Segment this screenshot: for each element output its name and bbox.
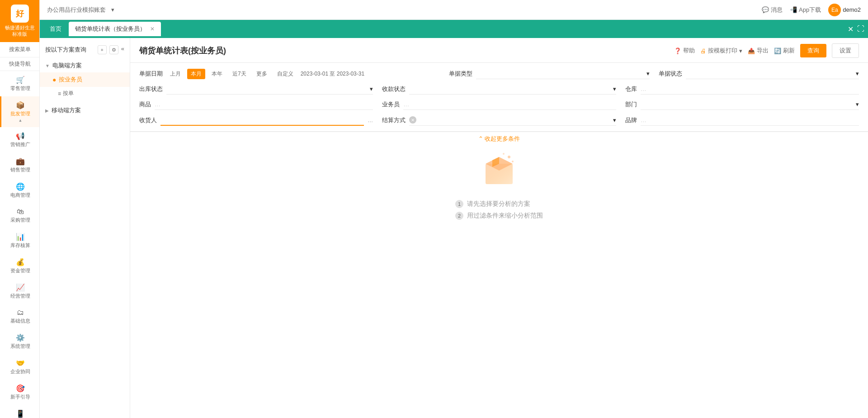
salesperson-placeholder: … bbox=[403, 101, 409, 108]
settings-button[interactable]: 设置 bbox=[832, 43, 859, 58]
payment-select[interactable]: ▾ bbox=[409, 84, 616, 95]
message-button[interactable]: 💬 消息 bbox=[762, 6, 783, 14]
tab-maximize-icon[interactable]: ⛶ bbox=[857, 25, 864, 33]
panel-item-salesperson[interactable]: ● 按业务员 bbox=[40, 72, 130, 87]
help-label: 帮助 bbox=[683, 47, 695, 55]
left-panel-header: 按以下方案查询 + ⚙ « bbox=[40, 43, 130, 57]
panel-section-mobile-title[interactable]: ▶ 移动端方案 bbox=[40, 104, 130, 117]
sidebar-item-retail[interactable]: 🛒 零售管理 bbox=[0, 71, 39, 96]
query-button[interactable]: 查询 bbox=[800, 44, 826, 57]
date-btn-more[interactable]: 更多 bbox=[253, 69, 271, 79]
app-download-button[interactable]: 📲 App下载 bbox=[790, 6, 821, 14]
date-btn-last-month[interactable]: 上月 bbox=[166, 69, 184, 79]
goods-select[interactable]: … bbox=[155, 99, 373, 110]
svg-point-3 bbox=[508, 156, 510, 158]
consignee-input[interactable] bbox=[160, 114, 364, 126]
print-button[interactable]: 🖨 按模板打印 ▾ bbox=[700, 47, 742, 55]
brand-placeholder: … bbox=[641, 117, 646, 124]
refresh-button[interactable]: 🔄 刷新 bbox=[774, 47, 795, 55]
sidebar-item-appstore[interactable]: 📱 应用中心 bbox=[0, 405, 39, 418]
sidebar-item-inventory[interactable]: 📊 库存核算 bbox=[0, 228, 39, 253]
sidebar-search[interactable]: 搜索菜单 bbox=[0, 42, 39, 57]
filter-row-1: 单据日期 上月 本月 本年 近7天 更多 自定义 2023-03-01 至 20… bbox=[139, 68, 859, 79]
sidebar-logo[interactable]: 好 畅捷通好生意 标准版 bbox=[0, 0, 39, 42]
date-range: 2023-03-01 至 2023-03-31 bbox=[301, 70, 364, 78]
warehouse-select[interactable]: … bbox=[641, 84, 859, 95]
left-panel-collapse-btn[interactable]: « bbox=[121, 45, 124, 54]
sidebar-item-system[interactable]: ⚙️ 系统管理 bbox=[0, 329, 39, 354]
by-order-icon: ≡ bbox=[58, 90, 61, 97]
goods-label: 商品 bbox=[139, 100, 151, 109]
tab-close-window-icon[interactable]: ✕ bbox=[848, 25, 854, 33]
sidebar-item-marketing[interactable]: 📢 营销推广 bbox=[0, 127, 39, 152]
salesperson-item-label: 按业务员 bbox=[59, 76, 82, 84]
sidebar-item-basic[interactable]: 🗂 基础信息 bbox=[0, 304, 39, 329]
basic-icon: 🗂 bbox=[17, 309, 24, 317]
doc-type-select[interactable]: ▾ bbox=[476, 68, 649, 79]
brand-select[interactable]: … bbox=[641, 115, 859, 126]
doc-status-select[interactable]: ▾ bbox=[686, 68, 859, 79]
sidebar-item-operation[interactable]: 📈 经营管理 bbox=[0, 279, 39, 304]
message-icon: 💬 bbox=[762, 6, 769, 13]
settlement-clear-btn[interactable]: ✕ bbox=[409, 116, 416, 124]
finance-label: 资金管理 bbox=[10, 267, 30, 274]
export-button[interactable]: 📤 导出 bbox=[748, 47, 769, 55]
wholesale-label: 批发管理 bbox=[10, 110, 30, 117]
appstore-icon: 📱 bbox=[16, 409, 25, 418]
left-panel-add-btn[interactable]: + bbox=[98, 45, 107, 54]
filter-row-4: 收货人 … 结算方式 ✕ ▾ 品牌 bbox=[139, 114, 859, 126]
outstock-select[interactable]: ▾ bbox=[166, 84, 373, 95]
date-filter: 上月 本月 本年 近7天 更多 自定义 bbox=[166, 69, 297, 79]
empty-icon bbox=[476, 146, 522, 191]
sidebar-item-ecommerce[interactable]: 🌐 电商管理 bbox=[0, 178, 39, 203]
collapse-filter-btn[interactable]: ⌃ 收起更多条件 bbox=[130, 132, 868, 146]
ecommerce-label: 电商管理 bbox=[10, 192, 30, 199]
filter-settlement: 结算方式 ✕ ▾ bbox=[382, 114, 616, 126]
export-label: 导出 bbox=[757, 47, 769, 55]
panel-section-pc-title[interactable]: ▼ 电脑端方案 bbox=[40, 59, 130, 72]
goods-placeholder: … bbox=[155, 101, 160, 108]
filter-warehouse: 仓库 … bbox=[625, 84, 859, 95]
settlement-select[interactable]: ✕ ▾ bbox=[409, 114, 616, 126]
salesperson-select[interactable]: … bbox=[403, 99, 616, 110]
sidebar-item-wholesale[interactable]: 📦 批发管理 ▲ bbox=[0, 96, 39, 127]
tab-home[interactable]: 首页 bbox=[43, 22, 68, 36]
date-btn-this-month[interactable]: 本月 bbox=[187, 69, 205, 79]
left-panel-settings-btn[interactable]: ⚙ bbox=[109, 45, 118, 54]
date-btn-this-year[interactable]: 本年 bbox=[208, 69, 226, 79]
page-actions: ❓ 帮助 🖨 按模板打印 ▾ 📤 导出 🔄 刷新 bbox=[674, 43, 859, 58]
retail-icon: 🛒 bbox=[16, 76, 25, 84]
search-label: 搜索菜单 bbox=[9, 46, 31, 52]
refresh-label: 刷新 bbox=[783, 47, 795, 55]
enterprise-icon: 🤝 bbox=[16, 359, 25, 367]
warehouse-label: 仓库 bbox=[625, 85, 637, 93]
inventory-icon: 📊 bbox=[16, 233, 25, 241]
operation-label: 经营管理 bbox=[10, 293, 30, 299]
sidebar-item-purchase[interactable]: 🛍 采购管理 bbox=[0, 203, 39, 228]
panel-section-pc: ▼ 电脑端方案 ● 按业务员 ≡ 按单 bbox=[40, 57, 130, 102]
by-order-label: 按单 bbox=[63, 90, 74, 97]
empty-hint-2: 2 用过滤条件来缩小分析范围 bbox=[455, 212, 543, 220]
sidebar-item-enterprise[interactable]: 🤝 企业协同 bbox=[0, 354, 39, 380]
topbar-title: 办公用品行业模拟账套 bbox=[47, 6, 106, 14]
date-btn-custom[interactable]: 自定义 bbox=[274, 69, 297, 79]
tab-close-icon[interactable]: ✕ bbox=[150, 26, 155, 32]
date-btn-7days[interactable]: 近7天 bbox=[229, 69, 250, 79]
left-panel-title: 按以下方案查询 bbox=[45, 46, 86, 54]
right-panel: 销货单统计表(按业务员) ❓ 帮助 🖨 按模板打印 ▾ 📤 导出 bbox=[130, 38, 868, 418]
page-title: 销货单统计表(按业务员) bbox=[139, 45, 226, 56]
user-profile[interactable]: Ea demo2 bbox=[828, 4, 861, 16]
empty-state: 1 请先选择要分析的方案 2 用过滤条件来缩小分析范围 bbox=[130, 146, 868, 220]
panel-item-by-order[interactable]: ≡ 按单 bbox=[40, 87, 130, 100]
page-header: 销货单统计表(按业务员) ❓ 帮助 🖨 按模板打印 ▾ 📤 导出 bbox=[130, 38, 868, 63]
sidebar-item-finance[interactable]: 💰 资金管理 bbox=[0, 253, 39, 279]
sidebar-item-sales[interactable]: 💼 销售管理 bbox=[0, 152, 39, 178]
help-button[interactable]: ❓ 帮助 bbox=[674, 47, 695, 55]
sidebar-quick-nav[interactable]: 快捷导航 bbox=[0, 57, 39, 71]
consignee-more[interactable]: … bbox=[368, 117, 373, 124]
tab-sales-stats[interactable]: 销货单统计表（按业务员） ✕ bbox=[69, 22, 161, 36]
doc-status-arrow: ▾ bbox=[856, 70, 859, 77]
department-select[interactable]: ▾ bbox=[641, 99, 859, 110]
sidebar-item-newbie[interactable]: 🎯 新手引导 bbox=[0, 380, 39, 405]
topbar-dropdown[interactable]: ▾ bbox=[111, 6, 114, 13]
